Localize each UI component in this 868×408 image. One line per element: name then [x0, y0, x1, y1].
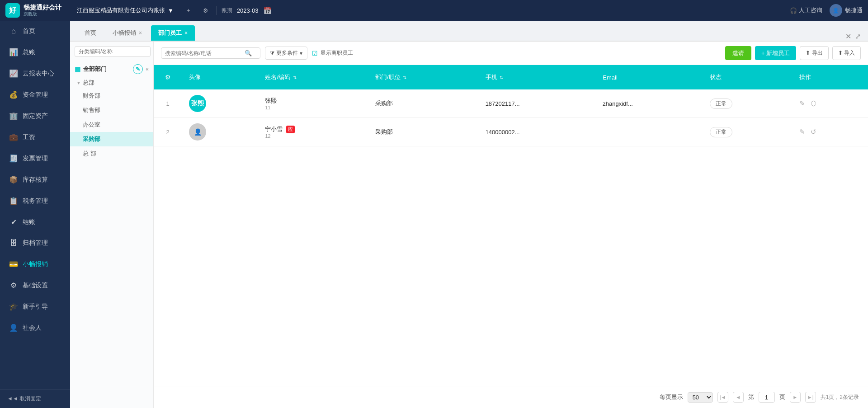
tab-expense-close[interactable]: ×	[139, 30, 142, 36]
col-dept-label: 部门/职位	[375, 74, 401, 80]
more-icon: 👤	[9, 324, 18, 332]
emp-footer: 每页显示 50 20 100 |◄ ◄ 第 页	[154, 386, 868, 408]
content-area: 首页 小畅报销 × 部门员工 × ✕ ⤢ 🔍	[70, 21, 868, 408]
col-phone-sort-icon: ⇅	[500, 75, 503, 80]
dept-collapse-btn[interactable]: «	[146, 66, 149, 72]
dept-group-total[interactable]: ▼ 总部	[70, 77, 153, 89]
row2-refresh-icon[interactable]: ↺	[811, 128, 816, 136]
row1-avatar-cell: 张熙	[182, 89, 258, 118]
sidebar-item-expense[interactable]: 💳 小畅报销	[0, 253, 70, 275]
sidebar-item-guide[interactable]: 🎓 新手引导	[0, 296, 70, 317]
user-area[interactable]: 👤 畅捷通	[830, 4, 863, 17]
row1-code: 11	[265, 105, 361, 110]
column-settings-gear[interactable]: ⚙	[161, 70, 175, 84]
sidebar-label-archive: 归档管理	[23, 239, 48, 247]
first-page-btn[interactable]: |◄	[717, 392, 728, 403]
show-inactive-checkbox[interactable]: ☑	[312, 50, 318, 57]
row1-email-cell: zhangxidf...	[595, 89, 703, 118]
sidebar-item-more[interactable]: 👤 社会人	[0, 317, 70, 338]
add-button[interactable]: ＋	[182, 5, 195, 16]
sidebar-item-tax[interactable]: 📋 税务管理	[0, 190, 70, 211]
dept-item-general[interactable]: 总 部	[70, 146, 153, 161]
support-button[interactable]: 🎧 人工咨询	[790, 6, 822, 14]
page-label-suffix: 页	[779, 393, 785, 401]
sidebar-item-close[interactable]: ✔ 结账	[0, 211, 70, 233]
prev-page-btn[interactable]: ◄	[733, 392, 744, 403]
company-selector[interactable]: 江西服宝精品有限责任公司内账张 ▼	[73, 5, 177, 16]
row2-phone: 140000002...	[486, 129, 520, 136]
sidebar-label-guide: 新手引导	[23, 303, 48, 311]
row2-edit-icon[interactable]: ✎	[799, 128, 805, 136]
show-inactive-area: ☑ 显示离职员工	[312, 49, 353, 57]
tab-expand-icon[interactable]: ⤢	[855, 32, 861, 41]
current-page-input[interactable]	[759, 392, 775, 403]
col-phone-label: 手机	[486, 74, 497, 80]
dept-all-header[interactable]: ▦ 全部部门 ✎ «	[70, 61, 153, 77]
dept-item-purchase[interactable]: 采购部	[70, 132, 153, 146]
next-page-btn[interactable]: ►	[790, 392, 801, 403]
col-name[interactable]: 姓名/编码 ⇅	[258, 65, 368, 89]
dept-item-finance[interactable]: 财务部	[70, 89, 153, 103]
sidebar-item-archive[interactable]: 🗄 归档管理	[0, 233, 70, 253]
app-logo-icon: 好	[5, 3, 20, 18]
dept-search-input[interactable]	[75, 46, 151, 57]
tab-expense[interactable]: 小畅报销 ×	[105, 25, 149, 41]
row1-status-cell: 正常	[703, 89, 792, 118]
employee-search-icon[interactable]: 🔍	[245, 50, 252, 56]
invite-button[interactable]: 邀请	[725, 46, 751, 60]
employee-search-input[interactable]	[165, 50, 242, 56]
row1-logout-icon[interactable]: ⬡	[811, 99, 816, 108]
sidebar-item-inventory[interactable]: 📦 库存核算	[0, 169, 70, 190]
dept-panel: 🔍 ▦ 全部部门 ✎ « ▼ 总部 财务部	[70, 42, 154, 408]
user-name: 畅捷通	[845, 6, 863, 14]
employee-table: ⚙ 头像 姓名/编码 ⇅ 部门/职位	[154, 65, 868, 146]
unpin-button[interactable]: ◄◄ 取消固定	[7, 395, 63, 403]
assets-icon: 🏢	[9, 112, 18, 120]
last-page-btn[interactable]: ►|	[805, 392, 816, 403]
dept-item-sales[interactable]: 销售部	[70, 103, 153, 117]
per-page-select[interactable]: 50 20 100	[688, 392, 713, 403]
row1-edit-icon[interactable]: ✎	[799, 99, 805, 108]
more-filter-button[interactable]: ⧩ 更多条件 ▾	[265, 47, 307, 60]
sidebar-item-invoice[interactable]: 🧾 发票管理	[0, 148, 70, 169]
emp-toolbar: 🔍 ⧩ 更多条件 ▾ ☑ 显示离职员工 邀请 + 新增员工 ⬆ 导出	[154, 42, 868, 65]
settings-button[interactable]: ⚙	[199, 5, 212, 16]
row2-action-icons: ✎ ↺	[799, 128, 861, 136]
row1-name: 张熙	[265, 97, 361, 105]
sidebar-item-home[interactable]: ⌂ 首页	[0, 21, 70, 42]
dept-all-label: 全部部门	[83, 65, 107, 73]
row1-phone: 187202117...	[486, 100, 520, 107]
sidebar-label-funds: 资金管理	[23, 91, 48, 99]
sidebar-item-settings[interactable]: ⚙ 基础设置	[0, 275, 70, 296]
tax-icon: 📋	[9, 197, 18, 205]
col-name-sort-icon: ⇅	[293, 75, 297, 80]
sidebar-label-inventory: 库存核算	[23, 176, 48, 184]
next-page-icon: ►	[793, 394, 797, 400]
user-avatar: 👤	[830, 4, 842, 17]
row1-phone-cell: 187202117...	[478, 89, 596, 118]
col-phone[interactable]: 手机 ⇅	[478, 65, 596, 89]
home-icon: ⌂	[9, 27, 18, 35]
tab-employees-close[interactable]: ×	[184, 30, 188, 36]
tab-home[interactable]: 首页	[77, 25, 104, 41]
import-button[interactable]: ⬆ 导入	[832, 46, 861, 60]
sidebar-item-general-ledger[interactable]: 📊 总账	[0, 42, 70, 63]
add-employee-button[interactable]: + 新增员工	[755, 46, 796, 60]
calendar-icon[interactable]: 📅	[263, 6, 272, 15]
sidebar-item-funds[interactable]: 💰 资金管理	[0, 84, 70, 105]
col-dept[interactable]: 部门/职位 ⇅	[368, 65, 478, 89]
dept-item-office[interactable]: 办公室	[70, 117, 153, 132]
app-name: 畅捷通好会计	[24, 4, 61, 11]
gear-icon: ⚙	[203, 7, 208, 14]
dept-group-arrow: ▼	[76, 80, 81, 85]
dropdown-icon: ▼	[168, 7, 174, 14]
sidebar-item-reports[interactable]: 📈 云报表中心	[0, 63, 70, 84]
archive-icon: 🗄	[9, 239, 18, 247]
dept-edit-btn[interactable]: ✎	[133, 64, 143, 74]
tab-employees[interactable]: 部门员工 ×	[151, 25, 195, 41]
export-button[interactable]: ⬆ 导出	[800, 46, 828, 60]
col-name-label: 姓名/编码	[265, 74, 290, 80]
sidebar-item-assets[interactable]: 🏢 固定资产	[0, 105, 70, 127]
sidebar-item-payroll[interactable]: 💼 工资	[0, 127, 70, 148]
tab-close-all-icon[interactable]: ✕	[845, 32, 851, 41]
